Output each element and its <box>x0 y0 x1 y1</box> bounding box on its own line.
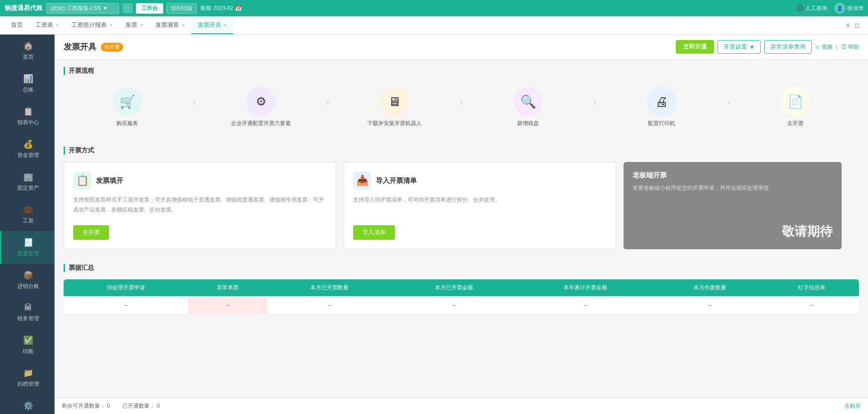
sidebar-item-fixed-assets[interactable]: 🏢 固定资产 <box>0 166 55 198</box>
headset-icon: 🎧 <box>797 5 803 11</box>
company-name: 江西服室-LSS <box>67 5 101 12</box>
tab-salary-report-close[interactable]: × <box>110 22 112 28</box>
coming-soon-desc: 查看老板端小程序提交的开票申请，并作出相应处理审批 <box>633 184 833 192</box>
method-section: 开票方式 📋 发票填开 支持按照发票样式手工填开发票；可开具增值税电子普通发票、… <box>55 139 868 257</box>
process-section-title: 开票流程 <box>64 67 859 75</box>
summary-col-3: 本月已开票金额 <box>392 279 516 296</box>
customer-service-button[interactable]: 🎧 人工咨询 <box>797 5 827 12</box>
tab-home[interactable]: 首页 <box>5 16 29 34</box>
tab-salary-report[interactable]: 工资统计报表 × <box>65 16 119 34</box>
manual-fill-card-header: 📋 发票填开 <box>73 172 327 190</box>
opened-label: 已开通数量： <box>122 403 155 409</box>
sidebar-item-purchase-sales[interactable]: 📦 进销台账 <box>0 264 55 297</box>
coming-soon-overlay: 敬请期待 <box>782 223 833 240</box>
sidebar-item-tax[interactable]: 🏛 税务管理 <box>0 297 55 329</box>
issue-invoice-icon: 📄 <box>788 94 803 109</box>
buy-service-icon: 🛒 <box>120 94 135 109</box>
summary-col-0: 待处理开票申请 <box>64 279 188 296</box>
period-selector[interactable]: 账期 2023-02 📅 <box>200 5 242 12</box>
enterprise-config-icon-wrap: ⚙ <box>246 87 275 116</box>
tab-invoice-label: 发票 <box>125 21 137 29</box>
tab-salary-table-close[interactable]: × <box>56 22 59 28</box>
tab-salary-table[interactable]: 工资表 × <box>29 16 65 34</box>
summary-cell-3: -- <box>392 296 516 314</box>
switch-button[interactable]: 切到旧版 <box>167 3 197 14</box>
status-badge: 待开通 <box>101 43 123 51</box>
restore-window-button[interactable]: ⊡ <box>854 22 860 29</box>
coming-soon-card: 老板端开票 查看老板端小程序提交的开票申请，并作出相应处理审批 敬请期待 <box>624 162 842 249</box>
process-step-download-robot: 🖥 下载并安装开票机器人 <box>331 87 458 127</box>
salary-icon: 💼 <box>23 205 33 215</box>
immediate-open-button[interactable]: 立即开通 <box>676 40 714 54</box>
import-list-button[interactable]: 导入清单 <box>353 225 395 240</box>
tab-salary-table-label: 工资表 <box>35 21 53 29</box>
add-taxdisk-icon-wrap: 🔍 <box>514 87 543 116</box>
app-logo-text: 畅捷通易代账 <box>5 4 43 12</box>
import-list-card-icon: 📥 <box>353 172 371 190</box>
sidebar-item-reports-label: 报表中心 <box>17 119 39 126</box>
tab-invoice-close[interactable]: × <box>140 22 143 28</box>
invoice-mgmt-icon: 🧾 <box>23 237 33 247</box>
sidebar-item-reports[interactable]: 📋 报表中心 <box>0 100 55 133</box>
settings-dropdown-icon: ▼ <box>749 44 755 50</box>
sidebar-item-home[interactable]: 🏠 首页 <box>0 35 55 67</box>
add-taxdisk-label: 新增税盘 <box>517 120 539 127</box>
tab-invoice-calc[interactable]: 发票测算 × <box>149 16 191 34</box>
user-name-label: 徐泽华 <box>847 5 863 12</box>
sidebar-item-home-label: 首页 <box>23 53 34 61</box>
sidebar-item-archive[interactable]: 📁 归档管理 <box>0 362 55 394</box>
company-selector[interactable]: (勿动) 江西服室-LSS ▼ <box>46 3 119 14</box>
summary-cell-0: -- <box>64 296 188 314</box>
app-logo: 畅捷通易代账 <box>5 4 43 12</box>
manual-fill-card-icon: 📋 <box>73 172 91 190</box>
summary-table: 待处理开票申请 异常单票 本月已开票数量 本月已开票金额 本年累计开票金额 本月… <box>64 279 859 314</box>
user-profile-button[interactable]: 👤 徐泽华 <box>834 3 863 14</box>
download-robot-icon-wrap: 🖥 <box>380 87 409 116</box>
period-value: 2023-02 <box>213 5 233 11</box>
customer-service-label: 人工咨询 <box>805 5 827 12</box>
help-link[interactable]: ② 帮助 <box>841 43 859 51</box>
summary-col-2: 本月已开票数量 <box>267 279 391 296</box>
remaining-label: 剩余可开通数量： <box>62 403 105 409</box>
abnormal-list-button[interactable]: 异常清单查询 <box>764 40 812 54</box>
sidebar-item-settings[interactable]: ⚙️ 设置 <box>0 394 55 414</box>
tab-invoice-calc-close[interactable]: × <box>182 22 185 28</box>
config-printer-label: 配置打印机 <box>648 120 675 127</box>
summary-cell-6: -- <box>764 296 859 314</box>
close-all-tabs-button[interactable]: ✕ <box>845 22 851 29</box>
purchase-sales-icon: 📦 <box>23 270 33 280</box>
config-printer-icon: 🖨 <box>655 94 668 109</box>
calendar-icon[interactable]: 📅 <box>235 5 242 11</box>
sidebar-item-general-ledger[interactable]: 📊 总账 <box>0 67 55 100</box>
nav-tabs: 首页 工资表 × 工资统计报表 × 发票 × 发票测算 × 发票开具 × ✕ ⊡ <box>0 16 868 35</box>
sidebar: 🏠 首页 📊 总账 📋 报表中心 💰 资金管理 🏢 固定资产 💼 工资 🧾 发票… <box>0 35 55 414</box>
sidebar-item-reconcile-label: 结账 <box>23 348 34 355</box>
tab-invoice-issue[interactable]: 发票开具 × <box>191 16 233 34</box>
process-step-buy-service: 🛒 购买服务 <box>64 87 191 127</box>
import-icon: 📥 <box>356 175 369 187</box>
sidebar-item-reconcile[interactable]: ✅ 结账 <box>0 329 55 362</box>
import-list-card-header: 📥 导入开票清单 <box>353 172 607 190</box>
user-avatar-icon: 👤 <box>834 3 845 14</box>
reconcile-icon: ✅ <box>23 335 33 345</box>
sidebar-item-archive-label: 归档管理 <box>17 380 39 388</box>
tab-invoice[interactable]: 发票 × <box>119 16 149 34</box>
reports-icon: 📋 <box>23 106 33 116</box>
sidebar-item-fund[interactable]: 💰 资金管理 <box>0 133 55 166</box>
video-help-link[interactable]: ⊙ 视频 <box>815 43 832 51</box>
bottom-bar-left: 剩余可开通数量： 0 已开通数量： 0 <box>62 402 160 410</box>
process-step-enterprise-config: ⚙ 企业开通配置开票六要素 <box>197 87 324 127</box>
workspace-button[interactable]: 工作台 <box>136 3 163 14</box>
settings-button[interactable]: 开票设置 ▼ <box>718 40 761 54</box>
go-issue-button[interactable]: 去开票 <box>73 225 109 240</box>
coming-soon-title: 老板端开票 <box>633 171 833 180</box>
help-area: ⊙ 视频 | ② 帮助 <box>815 43 859 51</box>
buy-link[interactable]: 去购买 <box>844 402 861 410</box>
sidebar-item-invoice-mgmt[interactable]: 🧾 发票管理 <box>0 231 55 264</box>
sidebar-item-salary[interactable]: 💼 工资 <box>0 198 55 231</box>
tab-invoice-issue-close[interactable]: × <box>224 22 227 28</box>
copy-button[interactable]: □ <box>123 4 132 13</box>
summary-section: 票据汇总 待处理开票申请 异常单票 本月已开票数量 本月已开票金额 本年累计开票… <box>55 257 868 322</box>
download-robot-icon: 🖥 <box>388 94 401 109</box>
summary-row: -- -- -- -- -- -- -- <box>64 296 859 314</box>
